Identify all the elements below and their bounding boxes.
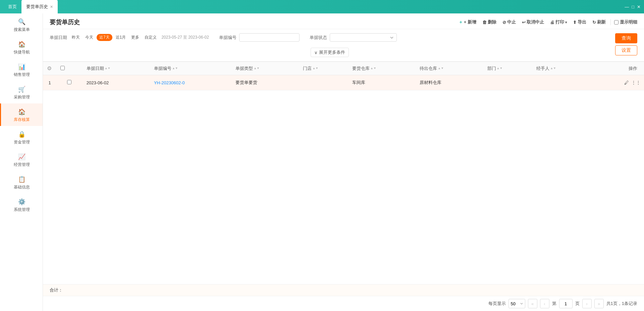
cell-department <box>483 75 533 90</box>
th-doc-type[interactable]: 单据类型 ▲▼ <box>231 62 299 75</box>
pagination-prev-btn[interactable]: ‹ <box>540 299 549 308</box>
sidebar-item-basic-info[interactable]: 📋 基础信息 <box>0 171 43 193</box>
th-handler-sort[interactable]: 经手人 ▲▼ <box>536 65 556 72</box>
pagination-next-btn[interactable]: › <box>582 299 592 308</box>
new-button[interactable]: ＋ + 新增 <box>457 18 478 26</box>
cell-actions: 🖊 ⋮⋮ <box>591 75 644 90</box>
sidebar-item-quick-nav[interactable]: 🏠 快捷导航 <box>0 36 43 58</box>
page-number-input[interactable] <box>559 299 573 308</box>
sort-arrows-doc-date: ▲▼ <box>105 67 111 70</box>
th-department-label: 部门 <box>487 65 496 72</box>
filter-date-btns: 昨天 今天 近7天 近1月 更多 自定义 <box>70 34 159 41</box>
query-button[interactable]: 查询 <box>615 33 637 43</box>
window-maximize-btn[interactable]: □ <box>632 4 634 9</box>
sidebar-item-finance-mgmt[interactable]: 🔒 资金管理 <box>0 126 43 148</box>
print-dropdown-icon: ▾ <box>565 20 567 24</box>
th-req-warehouse-sort[interactable]: 要货仓库 ▲▼ <box>352 65 376 72</box>
print-button[interactable]: 🖨 打印 ▾ <box>549 18 568 26</box>
inventory-icon: 🏠 <box>18 108 25 116</box>
date-btn-today[interactable]: 今天 <box>83 34 95 41</box>
th-pending-warehouse-sort[interactable]: 待出仓库 ▲▼ <box>420 65 444 72</box>
th-handler[interactable]: 经手人 ▲▼ <box>532 62 591 75</box>
row-action-edit-btn[interactable]: 🖊 <box>623 79 631 87</box>
export-button[interactable]: ⬆ 导出 <box>572 18 588 26</box>
sidebar-item-operations-mgmt-label: 经营管理 <box>14 162 30 168</box>
sidebar-item-system-mgmt[interactable]: ⚙️ 系统管理 <box>0 193 43 216</box>
filter-date-label: 单据日期 <box>50 35 67 41</box>
purchase-mgmt-icon: 🛒 <box>18 86 25 93</box>
window-close-btn[interactable]: ✕ <box>637 4 641 9</box>
th-pending-warehouse-label: 待出仓库 <box>420 65 437 72</box>
refresh-label: 刷新 <box>597 19 606 25</box>
th-store[interactable]: 门店 ▲▼ <box>299 62 348 75</box>
new-icon: ＋ <box>459 19 463 25</box>
table-container: ⚙ 单据日期 ▲▼ 单据编号 <box>43 61 644 284</box>
refresh-button[interactable]: ↻ 刷新 <box>591 18 607 26</box>
th-store-label: 门店 <box>303 65 312 72</box>
system-mgmt-icon: ⚙️ <box>18 198 25 206</box>
th-doc-date[interactable]: 单据日期 ▲▼ <box>83 62 150 75</box>
sidebar-item-search-menu[interactable]: 🔍 搜索菜单 <box>0 13 43 36</box>
date-btn-more[interactable]: 更多 <box>129 34 141 41</box>
filter-doc-status-select[interactable] <box>330 33 397 42</box>
th-doc-type-sort[interactable]: 单据类型 ▲▼ <box>235 65 260 72</box>
expand-more-icon: ∨ <box>314 50 318 55</box>
pagination-first-btn[interactable]: « <box>528 299 537 308</box>
top-bar: 首页 要货单历史 ✕ — □ ✕ <box>0 0 644 13</box>
per-page-select[interactable]: 50 20 100 200 <box>508 299 525 308</box>
sidebar-item-sales-mgmt[interactable]: 📊 销售管理 <box>0 58 43 81</box>
tab-home-label: 首页 <box>8 4 17 10</box>
filter-doc-number-input[interactable] <box>239 33 300 42</box>
th-doc-date-label: 单据日期 <box>87 65 104 72</box>
footer-summary-label: 合计： <box>50 287 63 293</box>
tab-requisition-history[interactable]: 要货单历史 ✕ <box>21 0 58 13</box>
th-store-sort[interactable]: 门店 ▲▼ <box>303 65 318 72</box>
sidebar-item-inventory-label: 库存核算 <box>14 117 30 123</box>
doc-number-link[interactable]: YH-20230602-0 <box>154 80 185 85</box>
cell-row-num: 1 <box>43 75 56 90</box>
sidebar-item-purchase-mgmt[interactable]: 🛒 采购管理 <box>0 81 43 103</box>
display-detail-toggle[interactable]: 显示明细 <box>614 19 637 25</box>
cell-req-warehouse: 车间库 <box>348 75 416 90</box>
sort-arrows-handler: ▲▼ <box>550 67 556 70</box>
cell-checkbox <box>56 75 83 90</box>
th-doc-number-sort[interactable]: 单据编号 ▲▼ <box>154 65 178 72</box>
th-department[interactable]: 部门 ▲▼ <box>483 62 533 75</box>
sidebar-item-search-menu-label: 搜索菜单 <box>14 27 30 33</box>
sidebar-item-operations-mgmt[interactable]: 📈 经营管理 <box>0 148 43 171</box>
display-detail-checkbox[interactable] <box>614 20 619 25</box>
cancel-stop-button[interactable]: ↩ 取消中止 <box>521 18 545 26</box>
table-settings-icon[interactable]: ⚙ <box>47 65 52 71</box>
pagination-last-btn[interactable]: » <box>594 299 604 308</box>
sidebar-item-basic-info-label: 基础信息 <box>14 184 30 190</box>
sidebar-item-inventory[interactable]: 🏠 库存核算 <box>0 103 43 126</box>
window-minimize-btn[interactable]: — <box>625 4 629 9</box>
cancel-stop-label: 取消中止 <box>527 19 544 25</box>
cell-doc-date: 2023-06-02 <box>83 75 150 90</box>
filter-row-1: 单据日期 昨天 今天 近7天 近1月 更多 自定义 2023-05-27 至 2… <box>50 33 610 42</box>
settings-button[interactable]: 设置 <box>615 45 637 55</box>
th-pending-warehouse[interactable]: 待出仓库 ▲▼ <box>416 62 483 75</box>
stop-icon: ⊘ <box>502 20 506 25</box>
th-req-warehouse[interactable]: 要货仓库 ▲▼ <box>348 62 416 75</box>
tab-requisition-history-close[interactable]: ✕ <box>50 5 53 9</box>
row-action-more-btn[interactable]: ⋮⋮ <box>632 79 640 87</box>
expand-more-label: 展开更多条件 <box>319 49 345 55</box>
export-label: 导出 <box>578 19 586 25</box>
expand-more-btn[interactable]: ∨ 展开更多条件 <box>311 48 349 57</box>
date-btn-last-month[interactable]: 近1月 <box>114 34 128 41</box>
th-doc-date-sort[interactable]: 单据日期 ▲▼ <box>87 65 111 72</box>
filter-doc-number-group: 单据编号 <box>219 33 300 42</box>
select-all-checkbox[interactable] <box>60 66 65 70</box>
tab-home[interactable]: 首页 <box>3 0 21 13</box>
th-doc-number[interactable]: 单据编号 ▲▼ <box>150 62 231 75</box>
th-department-sort[interactable]: 部门 ▲▼ <box>487 65 503 72</box>
row-checkbox[interactable] <box>67 80 71 84</box>
date-btn-yesterday[interactable]: 昨天 <box>70 34 82 41</box>
sort-arrows-pending-warehouse: ▲▼ <box>438 67 444 70</box>
stop-button[interactable]: ⊘ 中止 <box>501 18 517 26</box>
delete-button[interactable]: 🗑 删除 <box>481 18 498 26</box>
date-btn-last7days[interactable]: 近7天 <box>97 34 112 41</box>
cell-handler <box>532 75 591 90</box>
date-btn-custom[interactable]: 自定义 <box>143 34 159 41</box>
